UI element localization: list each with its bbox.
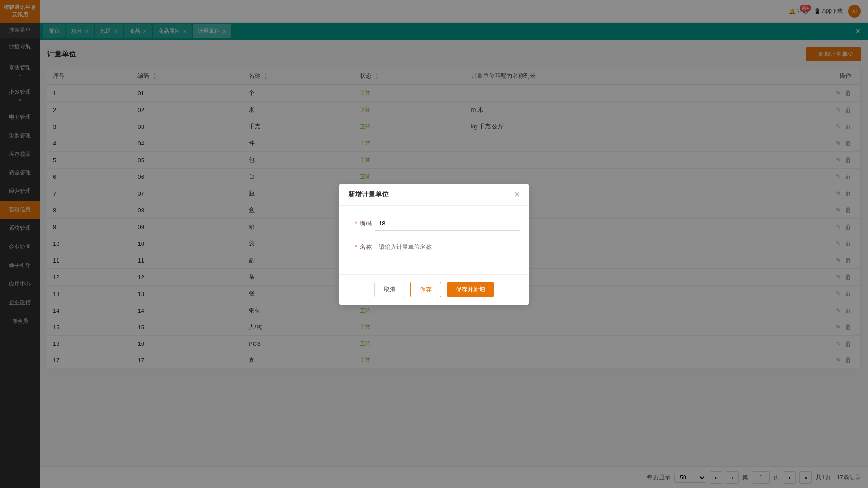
modal-footer: 取消 保存 保存并新增	[339, 274, 529, 305]
name-input[interactable]	[375, 240, 520, 254]
code-input[interactable]	[375, 216, 520, 231]
cancel-button[interactable]: 取消	[374, 282, 405, 297]
modal-body: * 编码 * 名称	[339, 206, 529, 274]
modal-header: 新增计量单位 ✕	[339, 184, 529, 206]
code-form-row: * 编码	[348, 216, 520, 231]
required-star-name: *	[355, 244, 357, 250]
modal-title: 新增计量单位	[348, 190, 389, 199]
required-star-code: *	[355, 220, 357, 227]
save-and-new-button[interactable]: 保存并新增	[447, 282, 494, 297]
save-button[interactable]: 保存	[410, 282, 441, 297]
name-label: * 名称	[348, 243, 375, 251]
add-measure-unit-modal: 新增计量单位 ✕ * 编码 * 名称 取消 保存 保存并新增	[339, 184, 529, 305]
code-label: * 编码	[348, 220, 375, 228]
modal-overlay: 新增计量单位 ✕ * 编码 * 名称 取消 保存 保存并新增	[0, 0, 868, 488]
modal-close-button[interactable]: ✕	[514, 190, 520, 199]
name-form-row: * 名称	[348, 240, 520, 254]
